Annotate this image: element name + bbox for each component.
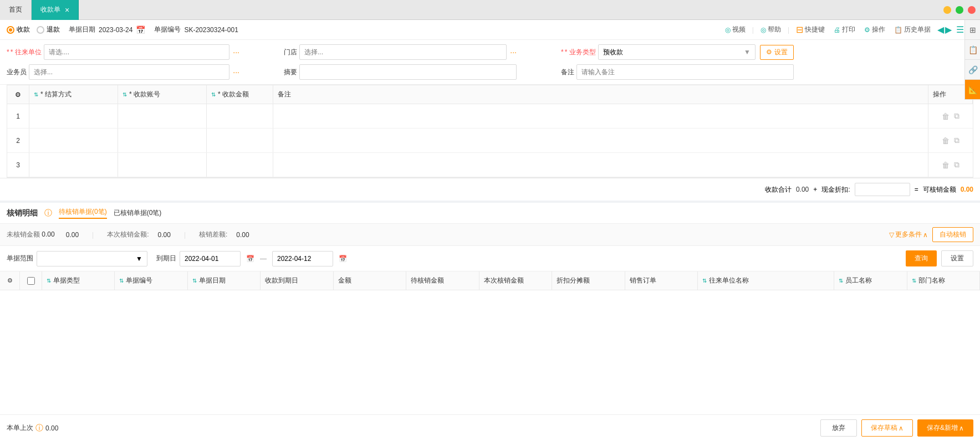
calendar-to-icon[interactable]: 📅 (339, 255, 347, 263)
unverified-value-num: 0.00 (66, 231, 79, 239)
help-button[interactable]: ◎ 帮助 (758, 24, 783, 35)
row2-remark[interactable] (273, 129, 928, 152)
row2-account[interactable] (118, 129, 207, 152)
save-draft-button[interactable]: 保存草稿 ∧ (861, 419, 913, 437)
row1-settle[interactable] (29, 104, 118, 128)
vth-discount: 折扣分摊额 (552, 271, 625, 290)
row1-account[interactable] (118, 104, 207, 128)
col-header-settle: ⇅ * 结算方式 (29, 85, 118, 104)
due-date-from-input[interactable]: 2022-04-01 (180, 251, 241, 266)
nav-next-icon[interactable]: ▶ (945, 24, 952, 35)
sidebar-icon-sheet[interactable]: 📋 (965, 40, 980, 60)
video-button[interactable]: ◎ 视频 (723, 24, 748, 35)
remark-input[interactable] (576, 64, 794, 80)
print-label: 打印 (842, 25, 855, 34)
vth-settings[interactable]: ⚙ (0, 271, 20, 290)
counterpart-more-icon[interactable]: ··· (233, 48, 239, 57)
employee-input[interactable] (29, 64, 229, 80)
filter-icon: ▽ (889, 231, 894, 239)
date-calendar-icon[interactable]: 📅 (136, 25, 145, 34)
row1-amount[interactable] (207, 104, 273, 128)
row3-copy-icon[interactable]: ⧉ (954, 160, 959, 170)
discount-input[interactable] (855, 183, 910, 196)
tab-pending[interactable]: 待核销单据(0笔) (59, 207, 107, 219)
plus-sign: + (813, 186, 817, 193)
business-type-dropdown[interactable]: 预收款 ▼ (598, 44, 756, 60)
table-settings-icon[interactable]: ⚙ (7, 85, 29, 104)
tab-home[interactable]: 首页 (0, 0, 32, 20)
range-dropdown[interactable]: ▼ (37, 251, 147, 266)
table-row: 3 🗑 ⧉ (7, 153, 973, 177)
more-conditions-label: 更多条件 (895, 230, 922, 239)
sort-icon-account: ⇅ (122, 91, 127, 98)
sort-icon-company: ⇅ (702, 278, 707, 284)
list-view-icon[interactable]: ☰ (956, 24, 964, 35)
filter-row: 单据范围 ▼ 到期日 2022-04-01 📅 — 2022-04-12 📅 (0, 246, 980, 271)
row3-account[interactable] (118, 153, 207, 177)
row2-delete-icon[interactable]: 🗑 (942, 136, 950, 145)
window-minimize-button[interactable] (943, 6, 951, 14)
sidebar-icon-link[interactable]: 🔗 (965, 60, 980, 80)
nav-prev-icon[interactable]: ◀ (937, 24, 944, 35)
shortcut-button[interactable]: ⊟ 快捷键 (794, 23, 827, 36)
verify-info-icon[interactable]: ⓘ (44, 208, 52, 218)
radio-refund[interactable]: 退款 (37, 25, 60, 34)
tab-receipt[interactable]: 收款单 × (32, 0, 79, 20)
settings-button[interactable]: ⚙ 设置 (760, 45, 794, 60)
query-button[interactable]: 查询 (906, 250, 937, 266)
row2-amount[interactable] (207, 129, 273, 152)
vth-date: ⇅ 单据日期 (188, 271, 261, 290)
abandon-button[interactable]: 放弃 (820, 419, 857, 437)
tab-close-icon[interactable]: × (65, 6, 69, 14)
row1-delete-icon[interactable]: 🗑 (942, 112, 950, 121)
verify-diff-value: 0.00 (236, 231, 249, 239)
row3-delete-icon[interactable]: 🗑 (942, 161, 950, 170)
save-new-button[interactable]: 保存&新增 ∧ (917, 419, 973, 437)
radio-receipt-dot (9, 28, 12, 32)
row3-remark[interactable] (273, 153, 928, 177)
employee-more-icon[interactable]: ··· (233, 68, 239, 76)
row2-settle[interactable] (29, 129, 118, 152)
store-label: 门店 (284, 48, 297, 57)
store-more-icon[interactable]: ··· (510, 48, 517, 57)
more-conditions-button[interactable]: ▽ 更多条件 ∧ (889, 230, 928, 239)
verify-header: 核销明细 ⓘ 待核销单据(0笔) 已核销单据(0笔) (0, 203, 980, 224)
row3-amount[interactable] (207, 153, 273, 177)
total-value: 0.00 (796, 186, 809, 193)
verify-settings-button[interactable]: 设置 (941, 250, 973, 266)
info-icon[interactable]: ⓘ (35, 423, 43, 433)
row3-settle[interactable] (29, 153, 118, 177)
summary-input[interactable] (299, 64, 517, 80)
counterpart-input[interactable] (44, 44, 230, 60)
sidebar-icon-layout[interactable]: 📐 (965, 80, 980, 100)
row1-copy-icon[interactable]: ⧉ (954, 111, 959, 121)
top-toolbar: 收款 退款 单据日期 2023-03-24 📅 单据编号 SK-20230324… (0, 20, 980, 40)
store-input[interactable] (299, 44, 507, 60)
row1-remark[interactable] (273, 104, 928, 128)
vth-company: ⇅ 往来单位名称 (698, 271, 834, 290)
due-date-to-input[interactable]: 2022-04-12 (272, 251, 333, 266)
vth-amount: 金额 (334, 271, 406, 290)
row2-copy-icon[interactable]: ⧉ (954, 136, 959, 145)
verifiable-label: 可核销金额 (923, 185, 956, 194)
window-maximize-button[interactable] (956, 6, 963, 14)
table-header: ⚙ ⇅ * 结算方式 ⇅ * 收款账号 ⇅ * 收款金额 备注 操作 (7, 85, 973, 104)
radio-receipt[interactable]: 收款 (7, 25, 30, 34)
history-label: 历史单据 (904, 25, 931, 34)
sidebar-icon-table[interactable]: ⊞ (965, 20, 980, 40)
summary-label: 摘要 (284, 68, 297, 77)
window-close-button[interactable] (968, 6, 976, 14)
auto-verify-button[interactable]: 自动核销 (932, 227, 973, 242)
settings-gear-icon: ⚙ (766, 48, 772, 56)
operation-button[interactable]: ⚙ 操作 (862, 24, 887, 35)
vth-check[interactable] (20, 271, 42, 290)
radio-receipt-label: 收款 (17, 25, 30, 34)
calendar-from-icon[interactable]: 📅 (246, 255, 254, 263)
history-button[interactable]: 📋 历史单据 (892, 24, 933, 35)
receipt-refund-radio: 收款 退款 (7, 25, 60, 34)
print-button[interactable]: 🖨 打印 (831, 24, 858, 35)
remark-label: 备注 (561, 68, 574, 77)
tab-done[interactable]: 已核销单据(0笔) (114, 208, 162, 218)
select-all-checkbox[interactable] (27, 277, 35, 285)
col-header-remark: 备注 (273, 85, 928, 104)
